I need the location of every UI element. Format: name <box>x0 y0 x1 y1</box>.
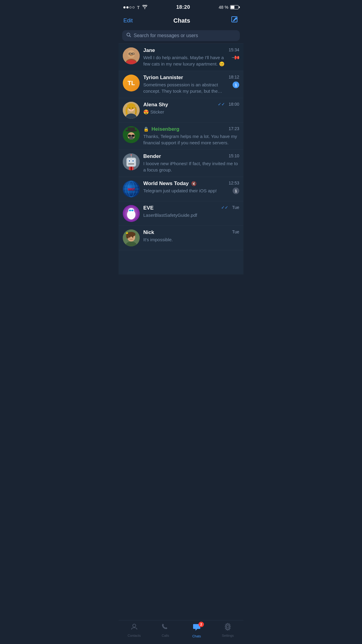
chat-meta-eve: LaserBlastSafetyGuide.pdf <box>143 212 239 218</box>
chat-top-alena: Alena Shy ✓✓ 18:00 <box>143 102 239 108</box>
chat-top-eve: EVE ✓✓ Tue <box>143 205 239 211</box>
battery-percent: 48 % <box>219 5 228 10</box>
chat-item-heisenberg[interactable]: 🔒 Heisenberg 17:23 Thanks, Telegram help… <box>119 123 243 150</box>
chat-content-tyrion: Tyrion Lannister 18:12 Sometimes possess… <box>143 75 239 94</box>
header: Edit Chats <box>119 13 243 29</box>
chat-name-jane: Jane <box>143 47 155 53</box>
svg-point-33 <box>129 161 130 161</box>
name-row-worldnews: World News Today 🔇 <box>143 181 196 187</box>
svg-point-53 <box>132 210 133 211</box>
signal-dots <box>123 6 135 8</box>
battery-fill <box>231 6 234 9</box>
svg-point-59 <box>132 236 133 238</box>
search-bar[interactable]: Search for messages or users <box>122 30 240 41</box>
chat-time-alena: 18:00 <box>229 102 239 107</box>
chat-preview-eve: LaserBlastSafetyGuide.pdf <box>143 212 239 218</box>
svg-rect-23 <box>132 135 135 137</box>
search-placeholder: Search for messages or users <box>134 33 198 38</box>
chat-right-tyrion: 1 <box>233 82 239 88</box>
tab-settings[interactable]: Settings <box>212 623 244 638</box>
svg-point-52 <box>129 210 131 211</box>
avatar-eve <box>123 205 140 222</box>
chat-top-nick: Nick Tue <box>143 229 239 235</box>
chat-name-bender: Bender <box>143 153 161 159</box>
chat-item-tyrion[interactable]: TL Tyrion Lannister 18:12 Sometimes poss… <box>119 71 243 98</box>
dot-4 <box>132 6 135 8</box>
chat-item-eve[interactable]: EVE ✓✓ Tue LaserBlastSafetyGuide.pdf <box>119 201 243 226</box>
status-bar: T 18:20 48 % <box>119 0 243 13</box>
battery-icon <box>230 5 239 9</box>
status-time: 18:20 <box>176 4 190 10</box>
svg-point-6 <box>129 53 130 54</box>
chat-content-alena: Alena Shy ✓✓ 18:00 😍 Sticker <box>143 102 239 115</box>
chat-item-alena[interactable]: Alena Shy ✓✓ 18:00 😍 Sticker <box>119 98 243 123</box>
avatar-heisenberg <box>123 126 140 143</box>
dot-1 <box>123 6 125 8</box>
status-right: 48 % <box>219 5 239 10</box>
chat-meta-nick: It's impossible. <box>143 236 239 243</box>
chat-time-heisenberg: 17:23 <box>229 126 239 131</box>
chat-name-worldnews: World News Today <box>143 181 189 187</box>
svg-point-62 <box>227 626 229 628</box>
chat-name-alena: Alena Shy <box>143 102 168 108</box>
chat-item-nick[interactable]: Nick Tue It's impossible. <box>119 226 243 250</box>
chat-name-eve: EVE <box>143 205 154 211</box>
svg-point-17 <box>132 108 133 109</box>
avatar-tyrion: TL <box>123 75 140 91</box>
compose-button[interactable] <box>231 16 239 25</box>
edit-button[interactable]: Edit <box>123 18 133 24</box>
svg-point-57 <box>126 234 129 239</box>
chat-time-nick: Tue <box>232 229 239 234</box>
wifi-icon <box>142 5 148 10</box>
chat-top-worldnews: World News Today 🔇 12:53 <box>143 181 239 187</box>
avatar-worldnews: WNT <box>123 181 140 197</box>
chat-content-worldnews: World News Today 🔇 12:53 Telegram just u… <box>143 181 239 194</box>
svg-line-2 <box>130 36 131 37</box>
chat-preview-worldnews: Telegram just updated their iOS app! <box>143 187 230 194</box>
dot-2 <box>126 6 129 8</box>
status-left: T <box>123 5 148 10</box>
avatar-nick <box>123 229 140 246</box>
chat-meta-heisenberg: Thanks, Telegram helps me a lot. You hav… <box>143 133 239 146</box>
avatar-jane <box>123 47 140 64</box>
svg-point-16 <box>129 108 130 109</box>
chat-list: Jane 15:34 Well I do help animals. Maybe… <box>119 43 243 274</box>
tab-calls[interactable]: Calls <box>150 623 181 638</box>
tab-chats[interactable]: 2 Chats <box>181 623 212 638</box>
chat-preview-jane: Well I do help animals. Maybe I'll have … <box>143 54 230 67</box>
chat-name-tyrion: Tyrion Lannister <box>143 75 183 81</box>
tab-contacts[interactable]: Contacts <box>119 623 150 638</box>
chat-meta-alena: 😍 Sticker <box>143 109 239 115</box>
svg-point-15 <box>127 103 135 109</box>
svg-point-7 <box>132 53 133 54</box>
svg-point-58 <box>129 236 130 238</box>
chat-top-heisenberg: 🔒 Heisenberg 17:23 <box>143 126 239 132</box>
chat-time-eve: Tue <box>232 205 239 210</box>
chat-name-nick: Nick <box>143 229 154 235</box>
tab-label-calls: Calls <box>162 634 169 637</box>
carrier-label: T <box>137 5 140 10</box>
chat-item-jane[interactable]: Jane 15:34 Well I do help animals. Maybe… <box>119 43 243 71</box>
chat-right-worldnews: 1 <box>233 187 239 194</box>
chat-time-tyrion: 18:12 <box>229 75 239 79</box>
chat-content-nick: Nick Tue It's impossible. <box>143 229 239 243</box>
tab-label-contacts: Contacts <box>128 634 141 637</box>
svg-point-61 <box>133 624 136 627</box>
chat-item-bender[interactable]: Bender 15:10 I looove new iPhones! If fa… <box>119 150 243 177</box>
chat-top-jane: Jane 15:34 <box>143 47 239 53</box>
chat-top-bender: Bender 15:10 <box>143 153 239 159</box>
chat-content-bender: Bender 15:10 I looove new iPhones! If fa… <box>143 153 239 173</box>
chat-content-heisenberg: 🔒 Heisenberg 17:23 Thanks, Telegram help… <box>143 126 239 146</box>
avatar-bender <box>123 153 140 170</box>
chat-preview-alena: 😍 Sticker <box>143 109 239 115</box>
svg-text:WNT: WNT <box>128 187 135 191</box>
unread-badge-tyrion: 1 <box>233 82 239 88</box>
svg-rect-39 <box>131 167 132 170</box>
name-row-heisenberg: 🔒 Heisenberg <box>143 126 179 132</box>
chat-content-eve: EVE ✓✓ Tue LaserBlastSafetyGuide.pdf <box>143 205 239 218</box>
chat-meta-bender: I looove new iPhones! If fact, they invi… <box>143 160 239 173</box>
chat-preview-bender: I looove new iPhones! If fact, they invi… <box>143 160 239 173</box>
chat-time-jane: 15:34 <box>229 47 239 52</box>
tab-label-settings: Settings <box>222 634 234 637</box>
chat-item-worldnews[interactable]: WNT World News Today 🔇 12:53 Telegram ju… <box>119 177 243 201</box>
